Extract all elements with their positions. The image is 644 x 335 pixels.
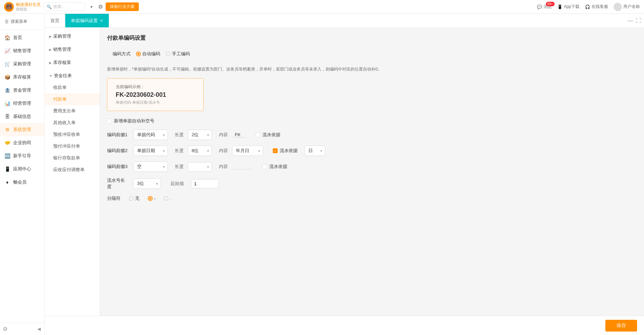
serial-length-row: 流水号长度 3位 ▾ 起始值 <box>107 177 637 190</box>
prefix1-content-value: FK <box>232 132 246 138</box>
tab-home[interactable]: 首页 <box>45 14 65 27</box>
separator-none-radio[interactable] <box>129 196 134 201</box>
online-service-button[interactable]: 🎧 在线客服 <box>585 4 608 10</box>
sub-menu-item-income[interactable]: 其他收入单 <box>45 117 100 129</box>
sidebar-item-member[interactable]: ♦ 畅会员 <box>0 176 45 189</box>
sub-menu-funds-title[interactable]: ▼ 资金往来 <box>45 70 100 82</box>
search-bar: 🔍搜索... <box>44 2 85 11</box>
collapse-icon[interactable]: ◄ <box>36 326 42 332</box>
prefix3-length-label: 长度 <box>175 164 184 170</box>
sidebar-nav: 🏠 首页 📈 销售管理 🛒 采购管理 📦 库存核算 🏦 资金管理 📊 经 <box>0 30 45 323</box>
brand: 🐻 畅捷通好生意 旗舰版 <box>4 2 41 12</box>
separator-none-option[interactable]: 无 <box>129 195 140 202</box>
prefix1-length-select[interactable]: 2位 ▾ <box>188 130 212 140</box>
user-avatar[interactable]: 用户名称 <box>614 3 640 11</box>
search-icon: ☰ <box>5 19 9 24</box>
tab-minimize-icon[interactable]: — <box>627 18 633 24</box>
preview-desc: 单据代码-单据日期-流水号 <box>116 100 195 105</box>
brand-icon: 🐻 <box>4 2 14 12</box>
nav-dropdown[interactable]: ▾ <box>88 4 95 9</box>
purchase-icon: 🛒 <box>4 61 10 67</box>
chevron-down-icon: ▾ <box>163 149 165 153</box>
tab-maximize-icon[interactable]: ⛶ <box>636 18 641 24</box>
prefix2-row: 编码前缀2 单据日期 ▾ 长度 8位 ▾ 内容 年月日 <box>107 146 637 156</box>
prefix3-length-select[interactable]: ▾ <box>188 162 212 171</box>
separator-dot-radio[interactable] <box>164 196 169 201</box>
sub-menu-item-receipt[interactable]: 收款单 <box>45 82 100 93</box>
app-download-button[interactable]: 📱 App下载 <box>557 4 579 10</box>
prefix2-select[interactable]: 单据日期 ▾ <box>133 146 168 156</box>
sidebar-item-home[interactable]: 🏠 首页 <box>0 31 45 44</box>
chevron-down-icon: ▾ <box>156 182 158 186</box>
prefix2-serial-checkbox[interactable]: ✓ 流水依据 <box>273 148 298 154</box>
search-menu-button[interactable]: ☰ 搜索菜单 <box>3 17 42 27</box>
message-button[interactable]: 💬 消息 99+ <box>537 4 552 10</box>
top-bar: 🐻 畅捷通好生意 旗舰版 🔍搜索... ▾ ⚙ 体验行业方案 💬 消息 99+ … <box>0 0 644 14</box>
trial-button[interactable]: 体验行业方案 <box>106 2 139 11</box>
sub-menu-item-payment[interactable]: 付款单 <box>45 93 100 105</box>
prefix1-content-label: 内容 <box>219 132 228 138</box>
sidebar-item-enterprise[interactable]: 🤝 企业协同 <box>0 136 45 149</box>
sidebar-item-guide[interactable]: 🆕 新手引导 <box>0 149 45 162</box>
prefix1-label: 编码前缀1 <box>107 132 129 138</box>
manual-encode-radio[interactable] <box>166 52 171 56</box>
sidebar-item-system[interactable]: ⚙ 系统管理 <box>0 123 45 136</box>
tab-encoding[interactable]: 单据编码设置 ✕ <box>65 14 109 27</box>
sub-menu-item-bank[interactable]: 银行存取款单 <box>45 152 100 164</box>
message-icon: 💬 <box>537 4 542 9</box>
inventory-icon: 📦 <box>4 74 10 80</box>
settings-bottom-icon[interactable]: ⚙ <box>3 326 8 332</box>
start-value-input[interactable] <box>191 179 219 188</box>
prefix3-serial-checkbox-box[interactable] <box>262 164 267 169</box>
sidebar-item-operations[interactable]: 📊 经营管理 <box>0 97 45 110</box>
prefix3-select[interactable]: 空 ▾ <box>133 161 168 172</box>
sub-menu-inventory-title[interactable]: ▶ 库存核算 <box>45 57 100 68</box>
arrow-down-icon: ▼ <box>49 74 52 78</box>
sidebar-item-base[interactable]: 🗄 基础信息 <box>0 110 45 123</box>
sidebar-item-sales[interactable]: 📈 销售管理 <box>0 44 45 57</box>
preview-label: 当前编码示例： <box>116 84 195 90</box>
sub-menu-group-funds: ▼ 资金往来 收款单 付款单 费用支出单 其他收入单 预收冲应收单 预付冲应付单… <box>45 70 100 176</box>
prefix1-serial-checkbox[interactable]: 流水依据 <box>256 132 280 138</box>
sub-menu-sales-title[interactable]: ▶ 销售管理 <box>45 44 100 55</box>
sidebar-item-purchase[interactable]: 🛒 采购管理 <box>0 57 45 71</box>
prefix3-serial-checkbox[interactable]: 流水依据 <box>262 164 287 170</box>
main-content: ▶ 采购管理 ▶ 销售管理 ▶ 库存核算 <box>45 28 644 316</box>
save-button[interactable]: 保存 <box>605 320 637 332</box>
encoding-mode-radio-group: 自动编码 手工编码 <box>136 51 190 57</box>
sidebar-item-apps[interactable]: 📱 应用中心 <box>0 162 45 176</box>
sub-menu-purchase-title[interactable]: ▶ 采购管理 <box>45 30 100 42</box>
sub-menu-item-advance-payment[interactable]: 预付冲应付单 <box>45 140 100 152</box>
prefix2-length-select[interactable]: 8位 ▾ <box>188 146 212 156</box>
prefix1-select[interactable]: 单据代码 ▾ <box>133 130 168 140</box>
sidebar-item-inventory[interactable]: 📦 库存核算 <box>0 71 45 84</box>
prefix2-serial-checkbox-box[interactable]: ✓ <box>273 148 278 153</box>
separator-hyphen-radio[interactable] <box>148 196 153 201</box>
serial-length-label: 流水号长度 <box>107 177 129 190</box>
auto-fill-checkbox-box[interactable] <box>107 119 112 123</box>
serial-length-select[interactable]: 3位 ▾ <box>133 178 161 189</box>
auto-encode-radio[interactable] <box>136 52 141 56</box>
prefix3-label: 编码前缀3 <box>107 164 129 170</box>
separator-hyphen-option[interactable]: - <box>148 196 155 201</box>
prefix2-content-select[interactable]: 年月日 ▾ <box>232 146 263 156</box>
separator-dot-option[interactable]: . <box>164 196 171 201</box>
main-layout: ☰ 搜索菜单 🏠 首页 📈 销售管理 🛒 采购管理 📦 库存核算 🏦 <box>0 14 644 335</box>
manual-encode-option[interactable]: 手工编码 <box>166 51 190 57</box>
operations-icon: 📊 <box>4 100 10 106</box>
sub-menu-item-expense[interactable]: 费用支出单 <box>45 105 100 117</box>
prefix2-serial-unit-select[interactable]: 日 ▾ <box>305 146 325 156</box>
base-icon: 🗄 <box>4 113 10 120</box>
settings-icon[interactable]: ⚙ <box>98 3 103 10</box>
prefix2-length-label: 长度 <box>175 148 184 154</box>
sub-menu-item-adjust[interactable]: 应收应付调整单 <box>45 164 100 176</box>
sub-menu-group-purchase: ▶ 采购管理 <box>45 30 100 42</box>
sub-menu-item-advance-receipt[interactable]: 预收冲应收单 <box>45 129 100 140</box>
prefix3-content-label: 内容 <box>219 164 228 170</box>
tab-close-icon[interactable]: ✕ <box>100 18 103 23</box>
top-bar-left: 🐻 畅捷通好生意 旗舰版 🔍搜索... ▾ ⚙ 体验行业方案 <box>4 2 534 12</box>
prefix1-serial-checkbox-box[interactable] <box>256 132 260 137</box>
sidebar-item-finance[interactable]: 🏦 资金管理 <box>0 84 45 97</box>
auto-encode-option[interactable]: 自动编码 <box>136 51 160 57</box>
auto-fill-checkbox[interactable]: 新增单据自动补空号 <box>107 118 637 124</box>
